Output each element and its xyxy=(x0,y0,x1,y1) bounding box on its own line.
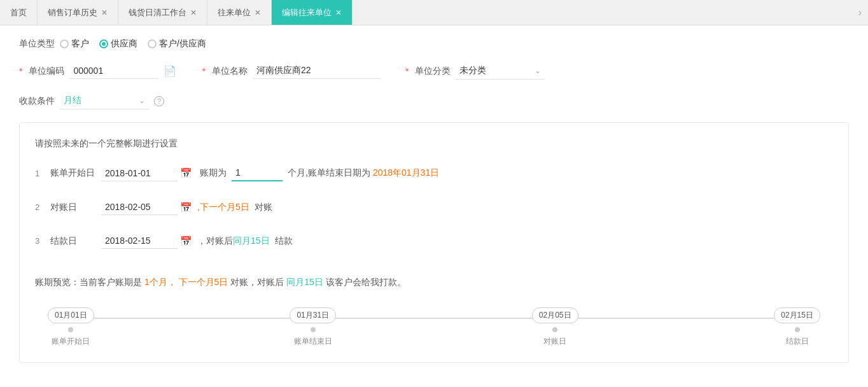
preview-section: 账期预览：当前客户账期是 1个月， 下一个月5日 对账，对账后 同月15日 该客… xyxy=(35,267,833,347)
unit-name-label: 单位名称 xyxy=(212,66,248,77)
setting-row-3: 3 结款日 📅 ，对账后 同月15日 结款 xyxy=(35,233,833,249)
preview-part3: 对账，对账后 xyxy=(230,277,284,287)
radio-circle-both xyxy=(148,39,157,48)
tab-close-sales-history[interactable]: ✕ xyxy=(101,8,108,17)
timeline-badge: 01月31日 xyxy=(290,307,336,323)
payment-row: 收款条件 月结 ⌄ ? xyxy=(19,92,849,109)
payment-suffix-highlight: 同月15日 xyxy=(233,236,270,247)
tab-edit-partner[interactable]: 编辑往来单位✕ xyxy=(272,0,353,25)
payment-value: 月结 xyxy=(64,95,136,106)
tab-label-edit-partner: 编辑往来单位 xyxy=(282,7,332,18)
tab-home[interactable]: 首页 xyxy=(0,0,38,25)
timeline-point: 02月15日 结款日 xyxy=(774,307,820,347)
timeline-point-label: 账单开始日 xyxy=(52,336,90,347)
month-input[interactable] xyxy=(232,165,283,181)
radio-customer[interactable]: 客户 xyxy=(60,38,89,50)
unit-type-row: 单位类型 客户 供应商 客户/供应商 xyxy=(19,38,849,50)
timeline: 01月01日 账单开始日 01月31日 账单结束日 02月05日 对账日 02月… xyxy=(35,307,833,347)
preview-part1: 1个月， xyxy=(144,277,176,287)
payment-field: 收款条件 月结 ⌄ ? xyxy=(19,92,164,109)
radio-label-both: 客户/供应商 xyxy=(159,38,206,50)
chevron-down-icon: ⌄ xyxy=(535,66,541,75)
calendar-icon-3[interactable]: 📅 xyxy=(180,236,192,247)
chevron-down-icon-payment: ⌄ xyxy=(139,96,145,105)
timeline-point-label: 账单结束日 xyxy=(294,336,332,347)
timeline-dot xyxy=(552,327,557,332)
tab-sales-history[interactable]: 销售订单历史✕ xyxy=(38,0,118,25)
calendar-icon-2[interactable]: 📅 xyxy=(180,202,192,213)
preview-text: 账期预览：当前客户账期是 1个月， 下一个月5日 对账，对账后 同月15日 该客… xyxy=(35,277,833,288)
setting-row-1: 1 账单开始日 📅 账期为 个月,账单结束日期为 2018年01月31日 xyxy=(35,165,833,181)
unit-type-label: 单位类型 xyxy=(19,38,55,50)
tab-partner[interactable]: 往来单位✕ xyxy=(207,0,272,25)
end-date-label: 2018年01月31日 xyxy=(373,167,439,179)
row-suffix-before: 账期为 xyxy=(200,167,227,179)
unit-code-label: 单位编码 xyxy=(29,66,64,77)
timeline-dot xyxy=(68,327,73,332)
reconcile-date-input[interactable] xyxy=(101,199,178,215)
payment-label: 收款条件 xyxy=(19,95,55,107)
tab-label-home: 首页 xyxy=(10,7,27,18)
payment-date-input[interactable] xyxy=(101,233,178,249)
unit-code-field: * 单位编码 📄 xyxy=(19,63,176,79)
unit-name-field: * 单位名称 xyxy=(202,63,379,79)
unit-info-row: * 单位编码 📄 * 单位名称 * 单位分类 未分类 ⌄ xyxy=(19,62,849,80)
radio-supplier[interactable]: 供应商 xyxy=(99,38,137,50)
timeline-points: 01月01日 账单开始日 01月31日 账单结束日 02月05日 对账日 02月… xyxy=(48,307,820,347)
unit-name-input[interactable] xyxy=(253,63,380,79)
row-num-3: 3 xyxy=(35,236,50,246)
unit-category-field: * 单位分类 未分类 ⌄ xyxy=(405,62,545,80)
timeline-badge: 02月15日 xyxy=(774,307,820,323)
unit-category-value: 未分类 xyxy=(459,65,532,76)
tab-cash-work[interactable]: 钱货日清工作台✕ xyxy=(118,0,207,25)
timeline-point-label: 结款日 xyxy=(786,336,809,347)
radio-label-supplier: 供应商 xyxy=(111,38,137,50)
row-suffix-month: 个月,账单结束日期为 xyxy=(288,167,370,179)
expand-button[interactable]: › xyxy=(852,0,868,25)
tab-close-partner[interactable]: ✕ xyxy=(255,8,261,17)
payment-dropdown[interactable]: 月结 ⌄ xyxy=(60,92,149,109)
setting-row-2: 2 对账日 📅 ,下一个月5日 对账 xyxy=(35,199,833,215)
timeline-badge: 01月01日 xyxy=(48,307,94,323)
unit-code-input[interactable] xyxy=(69,63,158,79)
tab-label-cash-work: 钱货日清工作台 xyxy=(129,7,186,18)
tab-bar: 首页销售订单历史✕钱货日清工作台✕往来单位✕编辑往来单位✕› xyxy=(0,0,868,25)
radio-label-customer: 客户 xyxy=(71,38,89,50)
preview-part4: 同月15日 xyxy=(286,277,323,287)
reconcile-suffix-normal: 对账 xyxy=(255,202,272,213)
required-star-code: * xyxy=(19,66,22,76)
preview-part5: 该客户会给我打款。 xyxy=(326,277,406,287)
timeline-point: 01月31日 账单结束日 xyxy=(290,307,336,347)
reconcile-suffix-highlight: ,下一个月5日 xyxy=(197,202,249,213)
timeline-dot xyxy=(795,327,800,332)
timeline-point-label: 对账日 xyxy=(543,336,566,347)
radio-both[interactable]: 客户/供应商 xyxy=(148,38,206,50)
required-star-category: * xyxy=(405,66,409,76)
row-num-2: 2 xyxy=(35,202,50,212)
preview-part2: 下一个月5日 xyxy=(179,277,228,287)
settings-panel: 请按照未来的一个完整帐期进行设置 1 账单开始日 📅 账期为 个月,账单结束日期… xyxy=(19,122,849,363)
row-label-1: 账单开始日 xyxy=(50,167,101,179)
payment-suffix-before: ，对账后 xyxy=(197,236,233,247)
timeline-point: 01月01日 账单开始日 xyxy=(48,307,94,347)
calendar-icon-1[interactable]: 📅 xyxy=(180,167,192,179)
row-label-2: 对账日 xyxy=(50,202,101,213)
timeline-point: 02月05日 对账日 xyxy=(532,307,578,347)
radio-circle-customer xyxy=(60,39,69,48)
timeline-dot xyxy=(311,327,316,332)
help-icon[interactable]: ? xyxy=(154,96,164,106)
unit-category-label: 单位分类 xyxy=(415,66,451,77)
row-label-3: 结款日 xyxy=(50,236,101,247)
panel-title: 请按照未来的一个完整帐期进行设置 xyxy=(35,138,833,150)
tab-label-sales-history: 销售订单历史 xyxy=(48,7,97,18)
tab-close-cash-work[interactable]: ✕ xyxy=(190,8,197,17)
timeline-badge: 02月05日 xyxy=(532,307,578,323)
tab-label-partner: 往来单位 xyxy=(218,7,251,18)
preview-label: 账期预览：当前客户账期是 xyxy=(35,277,142,287)
radio-circle-supplier xyxy=(99,39,108,48)
copy-icon[interactable]: 📄 xyxy=(164,65,176,77)
main-content: 单位类型 客户 供应商 客户/供应商 * 单位编码 xyxy=(0,25,868,387)
start-date-input[interactable] xyxy=(101,165,178,181)
unit-category-dropdown[interactable]: 未分类 ⌄ xyxy=(456,62,545,80)
tab-close-edit-partner[interactable]: ✕ xyxy=(335,8,342,17)
